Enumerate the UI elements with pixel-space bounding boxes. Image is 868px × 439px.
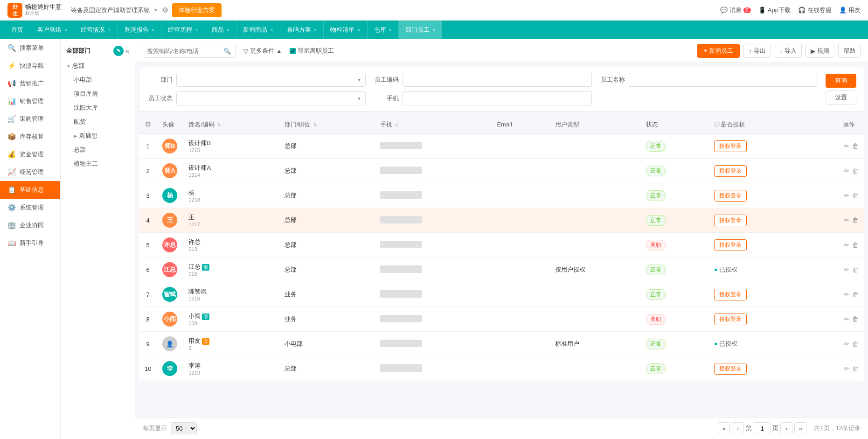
prev-page-button[interactable]: ‹ [732, 422, 744, 434]
filter-dept-select[interactable]: ▼ [176, 73, 366, 87]
auth-button[interactable]: 授权登录 [714, 239, 747, 251]
tab-barcode[interactable]: 条码方案 × [280, 21, 324, 39]
tab-journey[interactable]: 经营历程 × [161, 21, 205, 39]
tab-warehouse[interactable]: 仓库 × [368, 21, 399, 39]
auth-button[interactable]: 授权登录 [714, 314, 747, 325]
query-button[interactable]: 查询 [826, 74, 856, 88]
more-filter-button[interactable]: ▽ 更多条件 ▲ [240, 44, 286, 58]
edit-icon[interactable]: ✏ [844, 340, 849, 348]
delete-icon[interactable]: 🗑 [852, 340, 859, 348]
filter-empname-input[interactable] [629, 73, 818, 87]
tab-bom[interactable]: 物料清单 × [324, 21, 367, 39]
page-size-select[interactable]: 50 20 100 [171, 422, 197, 434]
help-button[interactable]: 帮助 [838, 44, 861, 58]
sidebar-item-search[interactable]: 🔍 搜索菜单 [0, 39, 60, 57]
message-item[interactable]: 💬 消息 5 [720, 6, 751, 14]
show-resign-label[interactable]: 显示离职员工 [290, 47, 334, 55]
tab-dept-staff[interactable]: 部门员工 × [399, 21, 442, 39]
auth-button[interactable]: 授权登录 [714, 190, 747, 202]
auth-button[interactable]: 授权登录 [714, 140, 747, 152]
user-item[interactable]: 👤 用友 [839, 6, 861, 14]
sidebar-item-inventory[interactable]: 📦 库存核算 [0, 128, 60, 146]
last-page-button[interactable]: » [794, 422, 806, 434]
marketing-icon: 📢 [7, 79, 16, 88]
edit-icon[interactable]: ✏ [844, 315, 849, 323]
next-page-button[interactable]: › [780, 422, 792, 434]
app-download-item[interactable]: 📱 App下载 [758, 6, 791, 14]
sidebar-item-marketing[interactable]: 📢 营销推广 [0, 75, 60, 92]
edit-icon[interactable]: ✏ [844, 266, 849, 273]
delete-icon[interactable]: 🗑 [852, 167, 859, 174]
edit-icon[interactable]: ✏ [844, 192, 849, 199]
show-resign-checkbox[interactable] [290, 48, 296, 54]
delete-icon[interactable]: 🗑 [852, 142, 859, 150]
import-button[interactable]: ↓ 导入 [775, 44, 802, 58]
dept-item-xiangmu[interactable]: 项目库房 [61, 87, 135, 101]
auth-button[interactable]: 授权登录 [714, 363, 747, 375]
delete-icon[interactable]: 🗑 [852, 192, 859, 199]
sort-name-icon[interactable]: ⇅ [217, 122, 221, 127]
dept-collapse-icon[interactable]: « [125, 47, 129, 55]
sort-phone-icon[interactable]: ⇅ [395, 122, 398, 127]
sidebar-item-guide[interactable]: 📖 新手引导 [0, 234, 60, 252]
sidebar-item-finance[interactable]: 💰 资金管理 [0, 146, 60, 163]
table-header-row: ⚙ 头像 姓名/编码 ⇅ 部门/职位 ⇅ 手机 ⇅ Email 用户类型 状态 … [139, 115, 864, 134]
delete-icon[interactable]: 🗑 [852, 216, 859, 224]
auth-button[interactable]: 授权登录 [714, 289, 747, 300]
dept-item-xiaodibu[interactable]: 小电部 [61, 73, 135, 87]
sidebar-item-purchase[interactable]: 🛒 采购管理 [0, 110, 60, 128]
delete-icon[interactable]: 🗑 [852, 241, 859, 249]
edit-icon[interactable]: ✏ [844, 365, 849, 372]
row-user-type [549, 159, 641, 183]
sidebar-item-quick-nav[interactable]: ⚡ 快捷导航 [0, 57, 60, 75]
delete-icon[interactable]: 🗑 [852, 365, 859, 372]
online-service-item[interactable]: 🎧 在线客服 [798, 6, 832, 14]
dept-item-shuanglu[interactable]: ▶双鹿想 [61, 129, 135, 143]
tab-customer[interactable]: 客户联络 × [31, 21, 74, 39]
sidebar-item-basic[interactable]: 📋 基础信息 [0, 181, 60, 199]
edit-icon[interactable]: ✏ [844, 291, 849, 298]
row-phone [375, 307, 492, 332]
sidebar-item-enterprise[interactable]: 🏢 企业协同 [0, 216, 60, 234]
settings-icon[interactable]: ⚙ [162, 6, 168, 14]
search-input[interactable] [147, 48, 222, 55]
col-settings-icon[interactable]: ⚙ [145, 120, 151, 128]
sidebar-item-sales[interactable]: 📊 销售管理 [0, 92, 60, 110]
tab-goods[interactable]: 商品 × [205, 21, 236, 39]
first-page-button[interactable]: « [718, 422, 730, 434]
dept-item-peihuo[interactable]: 配货 [61, 115, 135, 129]
trial-button[interactable]: 体验行业方案 [172, 3, 222, 17]
view-button[interactable]: ▶ 视频 [806, 44, 834, 58]
edit-icon[interactable]: ✏ [844, 142, 849, 150]
delete-icon[interactable]: 🗑 [852, 291, 859, 298]
auth-button[interactable]: 授权登录 [714, 215, 747, 226]
edit-icon[interactable]: ✏ [844, 241, 849, 249]
filter-empstatus-select[interactable]: ▼ [176, 91, 366, 105]
add-employee-button[interactable]: + 新增员工 [697, 44, 740, 58]
col-auth: ⓘ是否授权 [708, 115, 805, 134]
dept-item-zongbu-sub[interactable]: 总部 [61, 143, 135, 157]
tab-add-goods[interactable]: 新增商品 × [236, 21, 280, 39]
filter-phone-input[interactable] [403, 91, 592, 105]
page-number-input[interactable] [754, 422, 771, 434]
edit-icon[interactable]: ✏ [844, 216, 849, 224]
filter-settings-button[interactable]: 设置 [826, 91, 856, 105]
sidebar-item-operations[interactable]: 📈 经营管理 [0, 163, 60, 181]
tab-home[interactable]: 首页 [4, 26, 31, 34]
export-button[interactable]: ↑ 导出 [743, 44, 771, 58]
dept-item-shenyang[interactable]: 沈阳大库 [61, 101, 135, 115]
delete-icon[interactable]: 🗑 [852, 315, 859, 323]
tab-profit[interactable]: 利润报告 × [118, 21, 161, 39]
dept-item-zhiwu[interactable]: 植物王二 [61, 157, 135, 171]
dept-edit-icon[interactable]: ✎ [113, 46, 124, 56]
sort-dept-icon[interactable]: ⇅ [313, 122, 317, 127]
system-title-dropdown-icon[interactable]: ▼ [153, 7, 158, 13]
search-box[interactable]: 🔍 [143, 44, 236, 58]
auth-button[interactable]: 授权登录 [714, 165, 747, 177]
filter-empcode-input[interactable] [403, 73, 592, 87]
edit-icon[interactable]: ✏ [844, 167, 849, 174]
tab-operations[interactable]: 经营情况 × [74, 21, 118, 39]
sidebar-item-system[interactable]: ⚙️ 系统管理 [0, 199, 60, 216]
delete-icon[interactable]: 🗑 [852, 266, 859, 273]
dept-section-zongbu[interactable]: 总部 [61, 59, 135, 73]
